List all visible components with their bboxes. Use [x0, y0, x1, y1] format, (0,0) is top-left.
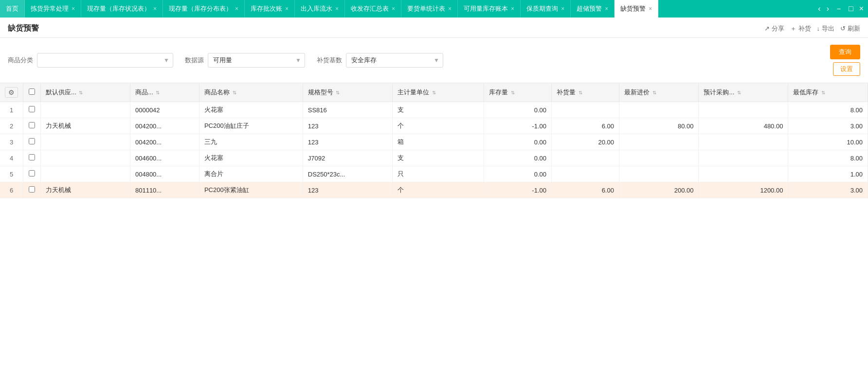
- replenish-base-value: 安全库存: [351, 56, 377, 65]
- col-product-name-header[interactable]: 商品名称 ⇅: [199, 83, 303, 102]
- settings-button[interactable]: 设置: [833, 62, 860, 76]
- tab-abnormal[interactable]: 拣货异常处理 ×: [25, 0, 81, 18]
- tab-available-ledger-close[interactable]: ×: [511, 5, 514, 12]
- replenish-label: 补货: [798, 24, 811, 33]
- tab-overstock-close[interactable]: ×: [605, 5, 608, 12]
- row-checkbox-cell[interactable]: [23, 166, 41, 182]
- col-latest-price-header[interactable]: 最新进价 ⇅: [619, 83, 699, 102]
- col-supplier-header[interactable]: 默认供应... ⇅: [41, 83, 130, 102]
- tab-inventory-status-close[interactable]: ×: [153, 5, 157, 12]
- refresh-button[interactable]: ↺ 刷新: [840, 24, 860, 33]
- row-stock: 0.00: [484, 134, 552, 150]
- col-stock-header[interactable]: 库存量 ⇅: [484, 83, 552, 102]
- category-select-wrapper[interactable]: ▼: [37, 53, 173, 68]
- row-stock: -1.00: [484, 118, 552, 134]
- tab-inventory-status[interactable]: 现存量（库存状况表） ×: [81, 0, 163, 18]
- supplier-sort-icon: ⇅: [79, 90, 83, 95]
- row-checkbox[interactable]: [29, 122, 35, 128]
- tab-abnormal-close[interactable]: ×: [72, 5, 75, 12]
- tab-abnormal-label: 拣货异常处理: [31, 4, 69, 13]
- row-checkbox[interactable]: [29, 106, 35, 112]
- row-num: 4: [0, 150, 23, 166]
- row-unit: 箱: [392, 134, 484, 150]
- row-num: 2: [0, 118, 23, 134]
- tab-order-stats[interactable]: 要货单统计表 ×: [401, 0, 458, 18]
- row-num: 3: [0, 134, 23, 150]
- tab-close-all[interactable]: ×: [857, 4, 866, 14]
- tab-inventory-dist-label: 现存量（库存分布表）: [169, 4, 232, 13]
- col-min-stock-header[interactable]: 最低库存 ⇅: [788, 83, 868, 102]
- col-spec-header[interactable]: 规格型号 ⇅: [303, 83, 392, 102]
- filter-area: 商品分类 ▼ 数据源 可用量 ▼ 补货基数 安全库存: [0, 38, 868, 83]
- page-header: 缺货预警 ↗ 分享 ＋ 补货 ↓ 导出 ↺ 刷新: [0, 18, 868, 38]
- replenish-base-label: 补货基数: [317, 56, 342, 65]
- row-checkbox[interactable]: [29, 154, 35, 160]
- export-button[interactable]: ↓ 导出: [817, 24, 835, 33]
- row-checkbox[interactable]: [29, 170, 35, 176]
- col-estimated-purchase-label: 预计采购...: [704, 88, 734, 96]
- replenish-icon: ＋: [790, 24, 796, 33]
- data-table: ⚙ 默认供应... ⇅ 商品... ⇅ 商品名称 ⇅: [0, 83, 868, 198]
- table-row: 1 0000042 火花塞 SS816 支 0.00 8.00: [0, 102, 868, 118]
- tab-shortage-close[interactable]: ×: [649, 5, 652, 12]
- col-product-code-header[interactable]: 商品... ⇅: [130, 83, 199, 102]
- row-checkbox[interactable]: [29, 138, 35, 144]
- replenish-base-select[interactable]: 安全库存: [346, 53, 443, 68]
- row-spec: SS816: [303, 102, 392, 118]
- tab-scroll-right[interactable]: ›: [824, 4, 832, 14]
- tab-home[interactable]: 首页: [0, 0, 25, 18]
- tab-available-ledger[interactable]: 可用量库存账本 ×: [458, 0, 521, 18]
- datasource-select-wrapper[interactable]: 可用量 ▼: [208, 53, 305, 68]
- row-checkbox[interactable]: [29, 186, 35, 193]
- tab-expiry-query-close[interactable]: ×: [561, 5, 564, 12]
- datasource-select[interactable]: 可用量: [208, 53, 305, 68]
- datasource-label: 数据源: [185, 56, 204, 65]
- tab-collect-summary[interactable]: 收发存汇总表 ×: [345, 0, 401, 18]
- tab-inout-flow-close[interactable]: ×: [335, 5, 339, 12]
- row-checkbox-cell[interactable]: [23, 182, 41, 198]
- row-checkbox-cell[interactable]: [23, 102, 41, 118]
- row-checkbox-cell[interactable]: [23, 118, 41, 134]
- row-replenish-qty: 6.00: [551, 118, 619, 134]
- tab-batch-account-close[interactable]: ×: [285, 5, 289, 12]
- min-stock-sort-icon: ⇅: [821, 90, 825, 95]
- tab-inventory-dist-close[interactable]: ×: [235, 5, 238, 12]
- tab-order-stats-close[interactable]: ×: [448, 5, 452, 12]
- refresh-icon: ↺: [840, 25, 846, 32]
- row-product-code: 801110...: [130, 182, 199, 198]
- column-settings-button[interactable]: ⚙: [5, 87, 18, 98]
- tab-batch-account[interactable]: 库存批次账 ×: [245, 0, 295, 18]
- tab-minimize[interactable]: －: [832, 4, 845, 14]
- tab-maximize[interactable]: □: [846, 4, 856, 14]
- tab-inout-flow[interactable]: 出入库流水 ×: [295, 0, 345, 18]
- tab-collect-summary-label: 收发存汇总表: [351, 4, 389, 13]
- col-replenish-qty-header[interactable]: 补货量 ⇅: [551, 83, 619, 102]
- tab-scroll-left[interactable]: ‹: [815, 4, 823, 14]
- col-unit-header[interactable]: 主计量单位 ⇅: [392, 83, 484, 102]
- row-estimated-purchase: [699, 150, 788, 166]
- row-checkbox-cell[interactable]: [23, 150, 41, 166]
- row-product-name: 火花塞: [199, 102, 303, 118]
- col-estimated-purchase-header[interactable]: 预计采购... ⇅: [699, 83, 788, 102]
- tab-collect-summary-close[interactable]: ×: [392, 5, 395, 12]
- replenish-base-select-wrapper[interactable]: 安全库存 ▼: [346, 53, 443, 68]
- category-select[interactable]: [37, 53, 173, 68]
- tab-expiry-query[interactable]: 保质期查询 ×: [521, 0, 571, 18]
- tab-shortage[interactable]: 缺货预警 ×: [615, 0, 658, 18]
- share-icon: ↗: [764, 25, 770, 32]
- tab-expiry-query-label: 保质期查询: [526, 4, 558, 13]
- row-replenish-qty: [551, 102, 619, 118]
- query-button[interactable]: 查询: [830, 45, 860, 59]
- col-replenish-qty-label: 补货量: [557, 88, 576, 96]
- select-all-checkbox[interactable]: [29, 88, 35, 95]
- row-checkbox-cell[interactable]: [23, 134, 41, 150]
- replenish-button[interactable]: ＋ 补货: [790, 24, 811, 33]
- col-checkbox-header[interactable]: [23, 83, 41, 102]
- row-num: 1: [0, 102, 23, 118]
- row-latest-price: [619, 102, 699, 118]
- table-row: 2 力天机械 004200... PC200油缸庄子 123 个 -1.00 6…: [0, 118, 868, 134]
- share-button[interactable]: ↗ 分享: [764, 24, 784, 33]
- tab-inventory-dist[interactable]: 现存量（库存分布表） ×: [163, 0, 245, 18]
- tab-overstock[interactable]: 超储预警 ×: [571, 0, 615, 18]
- refresh-label: 刷新: [848, 24, 860, 33]
